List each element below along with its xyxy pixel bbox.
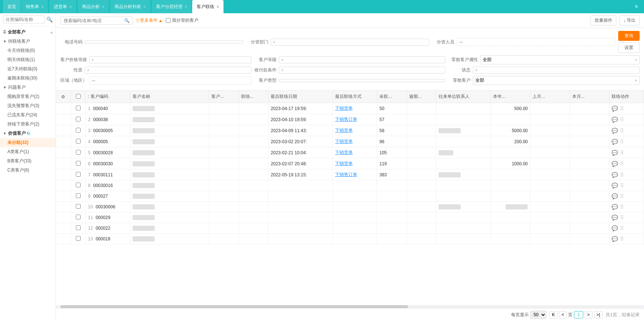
- next-page-button[interactable]: >: [585, 311, 592, 318]
- row-checkbox[interactable]: [76, 225, 81, 230]
- chat-icon[interactable]: 💬: [612, 106, 618, 112]
- cell-checkbox[interactable]: [71, 169, 85, 180]
- my-customers-checkbox[interactable]: [166, 18, 170, 23]
- sidebar-search-input[interactable]: [3, 15, 45, 24]
- sidebar-item-7days[interactable]: 近7天待联络(0): [0, 64, 56, 74]
- sidebar-search-icon[interactable]: 🔍: [46, 17, 53, 22]
- sidebar-item-today[interactable]: 今天待联络(0): [0, 46, 56, 55]
- cell-checkbox[interactable]: [71, 180, 85, 191]
- tab-customer-tier-close[interactable]: ×: [185, 4, 187, 9]
- tab-purchase-close[interactable]: ×: [69, 4, 71, 9]
- tab-goods-list-close[interactable]: ×: [143, 4, 145, 9]
- row-checkbox[interactable]: [76, 215, 81, 219]
- export-button[interactable]: ↓ 导出: [619, 15, 640, 25]
- apps-icon[interactable]: ⠿: [620, 150, 624, 156]
- tab-goods-analysis-close[interactable]: ×: [102, 4, 104, 9]
- apps-icon[interactable]: ⠿: [620, 139, 624, 145]
- my-customers-checkbox-wrapper[interactable]: 我分管的客户: [166, 17, 198, 24]
- apps-icon[interactable]: ⠿: [620, 183, 624, 188]
- chat-icon[interactable]: 💬: [612, 172, 618, 178]
- search-input[interactable]: [64, 18, 123, 23]
- batch-op-button[interactable]: 批量操作: [591, 15, 616, 25]
- close-all-button[interactable]: ×: [632, 3, 641, 10]
- first-page-button[interactable]: K: [549, 311, 557, 318]
- last-method-link[interactable]: 下销货单: [335, 128, 353, 133]
- chat-icon[interactable]: 💬: [612, 183, 618, 188]
- manager-input[interactable]: ···: [457, 38, 615, 46]
- chat-icon[interactable]: 💬: [612, 161, 618, 167]
- sidebar-group-value[interactable]: ▼ 价值客户 ↻: [0, 129, 56, 138]
- chat-icon[interactable]: 💬: [612, 215, 618, 221]
- row-checkbox[interactable]: [76, 193, 81, 198]
- col-gear[interactable]: ⚙: [56, 91, 71, 103]
- apps-icon[interactable]: ⠿: [620, 215, 624, 221]
- search-button[interactable]: 🔍: [124, 18, 130, 23]
- sidebar-item-churn-warning[interactable]: 流失预警客户(3): [0, 101, 56, 110]
- apps-icon[interactable]: ⠿: [620, 236, 624, 242]
- row-checkbox[interactable]: [76, 128, 81, 133]
- apps-icon[interactable]: ⠿: [620, 204, 624, 210]
- last-method-link[interactable]: 下销售订单: [335, 172, 357, 177]
- row-checkbox[interactable]: [76, 117, 81, 121]
- price-level-select[interactable]: ▾: [89, 56, 251, 63]
- chat-icon[interactable]: 💬: [612, 150, 618, 156]
- apps-icon[interactable]: ⠿: [620, 193, 624, 199]
- last-method-link[interactable]: 下销货单: [335, 150, 353, 155]
- sidebar-item-class-b[interactable]: B类客户(33): [0, 156, 56, 166]
- last-method-link[interactable]: 下销货单: [335, 161, 353, 166]
- tab-home[interactable]: 首页: [3, 0, 21, 13]
- row-checkbox[interactable]: [76, 204, 81, 209]
- sidebar-item-class-c[interactable]: C类客户(6): [0, 166, 56, 175]
- apps-icon[interactable]: ⠿: [620, 225, 624, 231]
- more-conditions-button[interactable]: ▽ 更多条件 ▲: [136, 17, 163, 24]
- chat-icon[interactable]: 💬: [612, 236, 618, 242]
- retail-attr-select[interactable]: 全部 ▾: [480, 55, 640, 64]
- cell-checkbox[interactable]: [71, 191, 85, 202]
- last-page-button[interactable]: >|: [594, 311, 603, 318]
- cell-checkbox[interactable]: [71, 136, 85, 147]
- cell-checkbox[interactable]: [71, 158, 85, 169]
- tab-goods-analysis[interactable]: 商品分析 ×: [78, 0, 109, 13]
- reset-button[interactable]: 设置: [618, 42, 640, 53]
- sidebar-item-declining[interactable]: 持续下滑客户(2): [0, 120, 56, 129]
- sidebar-item-abnormal[interactable]: 囤购异常客户(2): [0, 92, 56, 101]
- last-method-link[interactable]: 下销售订单: [335, 117, 357, 122]
- last-method-link[interactable]: 下销货单: [335, 139, 353, 144]
- chat-icon[interactable]: 💬: [612, 225, 618, 231]
- apps-icon[interactable]: ⠿: [620, 172, 624, 178]
- scrollbar-thumb[interactable]: [60, 305, 408, 308]
- tab-customer-tier[interactable]: 客户分层经营 ×: [152, 0, 191, 13]
- col-checkbox[interactable]: [71, 91, 85, 103]
- phone-input[interactable]: [85, 40, 243, 43]
- tab-customer-contact[interactable]: 客户联络 ×: [192, 0, 223, 13]
- sidebar-item-class-a[interactable]: A类客户(1): [0, 147, 56, 156]
- region-input[interactable]: ···: [89, 77, 251, 85]
- row-checkbox[interactable]: [76, 183, 81, 187]
- sidebar-group-problem[interactable]: ▼ 问题客户: [0, 83, 56, 92]
- cell-checkbox[interactable]: [71, 125, 85, 136]
- sidebar-item-churned[interactable]: 已流失客户(24): [0, 110, 56, 120]
- chat-icon[interactable]: 💬: [612, 204, 618, 210]
- row-checkbox[interactable]: [76, 150, 81, 155]
- refresh-icon[interactable]: ↻: [27, 131, 30, 136]
- tab-sales-close[interactable]: ×: [41, 4, 43, 9]
- chat-icon[interactable]: 💬: [612, 128, 618, 134]
- row-checkbox[interactable]: [76, 139, 81, 144]
- all-customers-header[interactable]: ⠿ 全部客户 «: [0, 26, 56, 37]
- cell-checkbox[interactable]: [71, 234, 85, 244]
- tab-customer-contact-close[interactable]: ×: [217, 4, 219, 9]
- sidebar-item-overdue[interactable]: 逾期未联络(30): [0, 74, 56, 83]
- apps-icon[interactable]: ⠿: [620, 117, 624, 123]
- cell-checkbox[interactable]: [71, 223, 85, 234]
- cell-checkbox[interactable]: [71, 103, 85, 114]
- sidebar-group-waiting[interactable]: ▼ 待联络客户: [0, 37, 56, 46]
- tab-goods-list[interactable]: 商品分析列表 ×: [110, 0, 150, 13]
- chat-icon[interactable]: 💬: [612, 117, 618, 123]
- apps-icon[interactable]: ⠿: [620, 161, 624, 167]
- status-select[interactable]: ▾: [473, 67, 640, 74]
- apps-icon[interactable]: ⠿: [620, 106, 624, 112]
- row-checkbox[interactable]: [76, 172, 81, 177]
- dept-select[interactable]: ▾: [271, 39, 429, 46]
- select-all-checkbox[interactable]: [76, 94, 81, 99]
- chat-icon[interactable]: 💬: [612, 139, 618, 145]
